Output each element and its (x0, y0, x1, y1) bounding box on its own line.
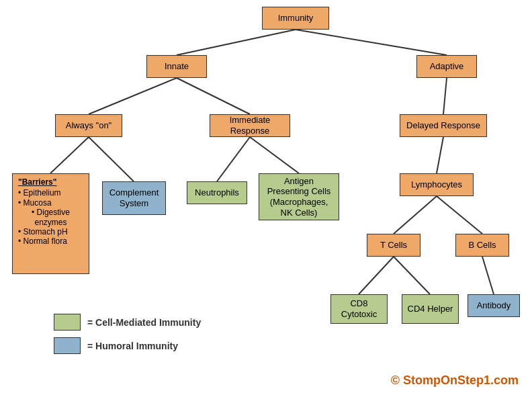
svg-line-7 (217, 137, 250, 181)
legend-green-box (54, 314, 81, 331)
node-innate: Innate (146, 55, 207, 78)
legend-cell-mediated: = Cell-Mediated Immunity (54, 314, 201, 331)
svg-line-14 (482, 257, 494, 294)
svg-line-5 (50, 137, 89, 173)
legend-cell-mediated-text: = Cell-Mediated Immunity (87, 317, 201, 328)
svg-line-9 (437, 137, 443, 173)
node-neutrophils: Neutrophils (187, 181, 247, 204)
node-tcells: T Cells (367, 234, 420, 257)
node-barriers: "Barriers"• Epithelium• Mucosa• Digestiv… (12, 173, 89, 274)
svg-line-12 (359, 257, 394, 294)
legend-area: = Cell-Mediated Immunity = Humoral Immun… (54, 314, 201, 361)
svg-line-4 (443, 78, 447, 114)
node-always_on: Always "on" (55, 114, 122, 137)
node-cd8: CD8 Cytotoxic (330, 294, 388, 324)
legend-humoral-text: = Humoral Immunity (87, 341, 178, 351)
node-complement: Complement System (102, 181, 166, 215)
svg-line-3 (177, 78, 250, 114)
node-lymphocytes: Lymphocytes (400, 173, 474, 196)
node-immunity: Immunity (262, 7, 329, 30)
node-adaptive: Adaptive (416, 55, 477, 78)
svg-line-11 (437, 196, 482, 234)
node-bcells: B Cells (455, 234, 509, 257)
node-cd4: CD4 Helper (402, 294, 459, 324)
node-delayed: Delayed Response (400, 114, 487, 137)
svg-line-0 (177, 30, 296, 55)
svg-line-8 (250, 137, 299, 173)
legend-blue-box (54, 337, 81, 354)
node-immediate: Immediate Response (210, 114, 290, 137)
svg-line-13 (394, 257, 430, 294)
node-antibody: Antibody (468, 294, 520, 317)
svg-line-2 (89, 78, 177, 114)
node-antigen: Antigen Presenting Cells (Macrophages, N… (259, 173, 339, 220)
copyright: © StompOnStep1.com (391, 374, 519, 388)
svg-line-10 (394, 196, 437, 234)
svg-line-1 (296, 30, 447, 55)
svg-line-6 (89, 137, 134, 181)
legend-humoral: = Humoral Immunity (54, 337, 201, 354)
